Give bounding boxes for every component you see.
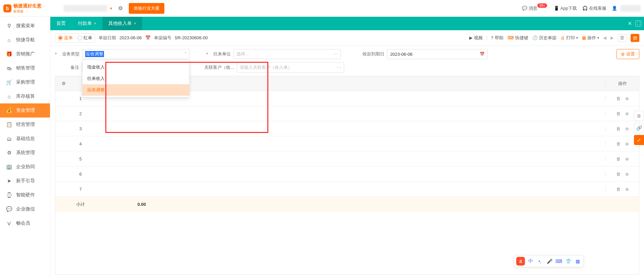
calendar-icon[interactable]: 📅 [145,35,151,40]
help-link[interactable]: ?帮助 [491,35,503,41]
sidebar-item-1[interactable]: ⌂快捷导航 [0,33,50,47]
ime-toolbox-icon[interactable]: ▦ [574,258,581,265]
ime-keyboard-icon[interactable]: ⌨ [555,258,562,265]
row-index: 5 [72,156,89,161]
biz-type-option-2[interactable]: 应收调整 [83,84,189,96]
next-button[interactable]: ▶ [610,35,614,40]
operate-button[interactable]: ▦操作▾ [582,35,599,41]
history-link[interactable]: 🕑历史单据 [532,35,556,41]
sidebar-item-2[interactable]: 🎁营销推广 [0,47,50,61]
sidebar-item-12[interactable]: ⌚智能硬件 [0,188,50,202]
user-menu[interactable]: 👤 [612,5,641,12]
avatar-icon: 👤 [612,6,617,11]
delete-icon[interactable]: 🗑 [616,111,621,116]
video-link[interactable]: ▶视频 [469,35,483,41]
table-row[interactable]: 4🗑⊕ [55,136,639,151]
tab-1[interactable]: 付款单× [72,17,102,30]
sidebar-item-3[interactable]: 🛍销售管理 [0,61,50,75]
copy-icon[interactable]: ⊕ [625,141,629,146]
org-selector[interactable]: ▾ [64,5,112,12]
ime-skin-icon[interactable]: 👕 [565,258,572,265]
biz-type-option-1[interactable]: 往来收入 [83,73,189,84]
chevron-down-icon: ▾ [597,36,599,40]
biz-type-value: 应收调整 [85,51,104,57]
rail-link-icon[interactable]: 🔗 [634,123,644,133]
copy-icon[interactable]: ⊕ [625,96,629,101]
online-service-link[interactable]: 🎧 在线客服 [582,5,606,11]
radio-blue[interactable]: 蓝单 [58,35,73,41]
ime-punct-icon[interactable]: •, [536,258,544,265]
radio-red[interactable]: 红单 [77,35,92,41]
delete-icon[interactable]: 🗑 [616,96,621,101]
delete-icon[interactable]: 🗑 [616,126,621,131]
sidebar-item-8[interactable]: 🗂基础信息 [0,132,50,146]
print-button[interactable]: 🖨打印▾ [560,35,578,41]
biz-type-option-0[interactable]: 现金收入 [83,61,189,73]
copy-icon[interactable]: ⊕ [625,111,629,116]
brand-name: 畅捷通好生意 [13,3,42,9]
rel-cust-label: 关联客户（收... [202,64,234,71]
copy-icon[interactable]: ⊕ [625,172,629,177]
ime-cn-icon[interactable]: 中 [527,258,534,265]
view-card-button[interactable]: ▤ [631,34,639,42]
org-name-blurred [64,5,107,12]
nav-icon: ⌂ [6,94,12,99]
more-icon[interactable]: ⋯ [333,51,338,57]
sidebar-item-0[interactable]: ⚲搜索菜单 [0,19,50,33]
messages-link[interactable]: 💬 消息 99+ [522,5,548,11]
sidebar-item-6[interactable]: 💰资金管理 [0,103,50,118]
rail-note-icon[interactable]: 🗎 [634,111,644,121]
sidebar-item-13[interactable]: 💬企业微信 [0,202,50,216]
nav-icon: 🛒 [6,79,12,85]
sogou-logo-icon[interactable]: S [516,257,525,266]
app-download-link[interactable]: 📱 App下载 [554,5,577,11]
close-icon[interactable]: × [134,21,136,26]
rel-cust-input[interactable]: 请输入关联客户（收入单） ⋯ [237,62,344,73]
table-row[interactable]: 7🗑⊕ [55,182,639,197]
copy-icon[interactable]: ⊕ [625,156,629,161]
table-row[interactable]: 2🗑⊕ [55,106,639,121]
prev-button[interactable]: ◀ [603,35,606,40]
delete-icon[interactable]: 🗑 [616,172,621,177]
sidebar-item-14[interactable]: V畅会员 [0,216,50,230]
more-icon[interactable]: ⋯ [336,65,341,70]
sidebar-item-5[interactable]: ⌂库存核算 [0,89,50,103]
trial-button[interactable]: 体验行业方案 [129,3,164,14]
settings-button[interactable]: ⚙设置 [616,49,639,59]
sidebar-item-4[interactable]: 🛒采购管理 [0,75,50,89]
view-list-button[interactable]: ☰ [618,34,627,42]
tab-close-icon[interactable]: ✕ [628,21,632,26]
nav-label: 畅会员 [16,220,30,226]
sidebar-item-11[interactable]: ➤新手引导 [0,174,50,188]
messages-label: 消息 [529,5,537,11]
gear-icon[interactable]: ⚙ [118,5,123,11]
table-row[interactable]: 3🗑⊕ [55,121,639,136]
sidebar-item-10[interactable]: 🏢企业协同 [0,160,50,174]
due-date-input[interactable]: 2023-06-06 📅 [387,49,488,59]
copy-icon[interactable]: ⊕ [625,187,629,192]
rail-expand-icon[interactable]: ⤢ [634,135,644,145]
copy-icon[interactable]: ⊕ [625,126,629,131]
delete-icon[interactable]: 🗑 [616,141,621,146]
doc-date-value[interactable]: 2023-06-06 [119,35,142,40]
close-icon[interactable]: × [94,21,96,26]
sidebar-item-7[interactable]: 📋经营管理 [0,118,50,132]
table-row[interactable]: 6🗑⊕ [55,167,639,182]
ime-mic-icon[interactable]: 🎤 [546,258,553,265]
sidebar-item-9[interactable]: ⚙系统管理 [0,146,50,160]
nav-icon: 💰 [6,107,12,113]
calendar-icon[interactable]: 📅 [480,52,485,56]
grid-settings-icon[interactable]: ⚙ [55,81,72,86]
table-row[interactable]: 5🗑⊕ [55,151,639,167]
tab-0[interactable]: 首页 [50,17,72,30]
nav-label: 基础信息 [16,136,35,142]
delete-icon[interactable]: 🗑 [616,156,621,161]
delete-icon[interactable]: 🗑 [616,187,621,192]
user-name-blurred [621,5,641,12]
biz-type-select[interactable]: 应收调整 ˄ [82,49,190,59]
tab-expand-icon[interactable]: ⛶ [635,20,641,27]
tab-2[interactable]: 其他收入单× [102,17,142,30]
shortcut-link[interactable]: ⌨快捷键 [507,35,528,41]
partner-select[interactable]: 选择... ⋯ [233,49,341,59]
messages-badge: 99+ [537,3,547,8]
